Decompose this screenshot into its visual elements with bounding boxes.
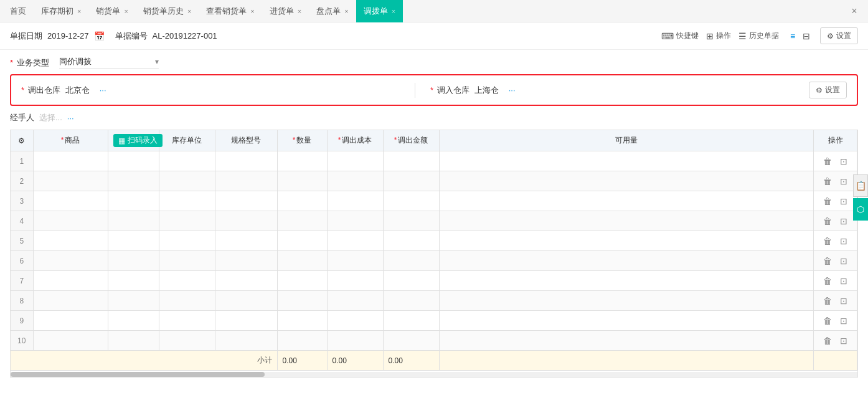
row-delete-icon[interactable]: 🗑	[821, 175, 834, 188]
warehouse-settings-button[interactable]: ⚙ 设置	[809, 82, 847, 98]
row-copy-icon[interactable]: ⊡	[837, 335, 850, 347]
col-ops-header: 操作	[814, 130, 857, 151]
tab-view-sales-label: 查看销货单	[206, 6, 247, 17]
tab-inventory-init-close[interactable]: ×	[77, 7, 81, 15]
list-view-1-icon[interactable]: ≡	[786, 30, 799, 42]
tab-inventory-init[interactable]: 库存期初 ×	[34, 0, 88, 22]
row-cost[interactable]	[327, 271, 383, 291]
row-delete-icon[interactable]: 🗑	[821, 275, 834, 287]
row-cost[interactable]	[327, 171, 383, 191]
tab-stocktake[interactable]: 盘点单 ×	[309, 0, 356, 22]
row-goods[interactable]	[33, 291, 108, 311]
row-cost[interactable]	[327, 251, 383, 271]
handler-more-icon[interactable]: ···	[67, 113, 74, 123]
row-cost[interactable]	[327, 231, 383, 251]
tab-stocktake-close[interactable]: ×	[344, 7, 348, 15]
bottom-scrollbar[interactable]	[11, 372, 857, 377]
col-qty-header: *数量	[277, 130, 327, 151]
row-copy-icon[interactable]: ⊡	[837, 155, 850, 168]
row-cost[interactable]	[327, 331, 383, 351]
tab-view-sales-close[interactable]: ×	[250, 7, 254, 15]
tab-purchase-order-close[interactable]: ×	[298, 7, 301, 15]
row-cost[interactable]	[327, 211, 383, 231]
row-copy-icon[interactable]: ⊡	[837, 195, 850, 207]
row-delete-icon[interactable]: 🗑	[821, 155, 834, 168]
row-copy-icon[interactable]: ⊡	[837, 235, 850, 247]
row-goods[interactable]	[33, 311, 108, 331]
row-qty[interactable]	[277, 251, 327, 271]
warehouse-section: * 调出仓库 北京仓 ··· * 调入仓库 上海仓 ··· ⚙ 设置	[10, 74, 858, 106]
row-delete-icon[interactable]: 🗑	[821, 335, 834, 347]
tab-sales-history-close[interactable]: ×	[187, 7, 191, 15]
row-cost[interactable]	[327, 191, 383, 211]
row-cost[interactable]	[327, 151, 383, 171]
row-delete-icon[interactable]: 🗑	[821, 235, 834, 247]
shortcuts-button[interactable]: ⌨ 快捷键	[661, 31, 699, 41]
row-goods[interactable]	[33, 251, 108, 271]
tab-purchase-order[interactable]: 进货单 ×	[262, 0, 309, 22]
tab-sales-history[interactable]: 销货单历史 ×	[136, 0, 199, 22]
row-copy-icon[interactable]: ⊡	[837, 295, 850, 307]
tab-sales-order[interactable]: 销货单 ×	[88, 0, 135, 22]
row-copy-icon[interactable]: ⊡	[837, 255, 850, 267]
business-type-select[interactable]: 同价调拨 ▾	[59, 56, 159, 69]
row-type	[215, 171, 277, 191]
row-number: 10	[11, 331, 33, 351]
window-close-button[interactable]: ×	[843, 0, 866, 22]
row-copy-icon[interactable]: ⊡	[837, 175, 850, 188]
business-type-row: * 业务类型 同价调拨 ▾	[10, 56, 858, 69]
side-expand-button[interactable]: ⬡	[853, 198, 868, 221]
row-qty[interactable]	[277, 191, 327, 211]
row-goods[interactable]	[33, 231, 108, 251]
handler-label: 经手人	[10, 112, 34, 123]
warehouse-in-label: * 调入仓库	[430, 85, 469, 96]
row-delete-icon[interactable]: 🗑	[821, 255, 834, 267]
row-cost[interactable]	[327, 311, 383, 331]
row-goods[interactable]	[33, 211, 108, 231]
col-settings-header[interactable]: ⚙	[11, 130, 33, 151]
row-qty[interactable]	[277, 291, 327, 311]
history-button[interactable]: ☰ 历史单据	[738, 31, 779, 41]
row-copy-icon[interactable]: ⊡	[837, 275, 850, 287]
tab-home[interactable]: 首页	[2, 0, 34, 22]
side-doc-button[interactable]: 📋	[853, 174, 868, 197]
calendar-icon[interactable]: 📅	[94, 31, 105, 42]
operations-button[interactable]: ⊞ 操作	[706, 31, 731, 41]
business-type-dropdown-icon[interactable]: ▾	[155, 57, 159, 66]
row-goods[interactable]	[33, 331, 108, 351]
row-qty[interactable]	[277, 151, 327, 171]
date-value: 2019-12-27	[47, 31, 89, 40]
row-delete-icon[interactable]: 🗑	[821, 195, 834, 207]
tab-transfer[interactable]: 调拨单 ×	[356, 0, 403, 22]
row-delete-icon[interactable]: 🗑	[821, 295, 834, 307]
row-copy-icon[interactable]: ⊡	[837, 315, 850, 327]
list-view-2-icon[interactable]: ⊟	[800, 30, 813, 42]
row-goods[interactable]	[33, 151, 108, 171]
row-delete-icon[interactable]: 🗑	[821, 315, 834, 327]
row-cost[interactable]	[327, 291, 383, 311]
form-body: * 业务类型 同价调拨 ▾ * 调出仓库 北京仓 ··· * 调入仓库 上海仓 …	[0, 50, 868, 384]
row-type	[215, 271, 277, 291]
row-copy-icon[interactable]: ⊡	[837, 215, 850, 227]
row-goods[interactable]	[33, 191, 108, 211]
col-cost-header: *调出成本	[327, 130, 383, 151]
row-qty[interactable]	[277, 271, 327, 291]
row-qty[interactable]	[277, 171, 327, 191]
tab-view-sales[interactable]: 查看销货单 ×	[199, 0, 262, 22]
row-goods[interactable]	[33, 271, 108, 291]
form-number-field: 单据编号 AL-20191227-001	[115, 31, 217, 42]
tab-transfer-close[interactable]: ×	[392, 7, 395, 15]
warehouse-in-more-icon[interactable]: ···	[509, 85, 516, 95]
row-goods[interactable]	[33, 171, 108, 191]
row-delete-icon[interactable]: 🗑	[821, 215, 834, 227]
handler-placeholder[interactable]: 选择...	[39, 112, 62, 123]
row-qty[interactable]	[277, 331, 327, 351]
settings-gear-col-icon: ⚙	[18, 136, 25, 145]
row-qty[interactable]	[277, 231, 327, 251]
settings-button[interactable]: ⚙ 设置	[820, 27, 858, 44]
row-qty[interactable]	[277, 311, 327, 331]
row-qty[interactable]	[277, 211, 327, 231]
scan-button[interactable]: ▦ 扫码录入	[113, 134, 163, 147]
warehouse-out-more-icon[interactable]: ···	[100, 85, 106, 95]
tab-sales-order-close[interactable]: ×	[124, 7, 128, 15]
